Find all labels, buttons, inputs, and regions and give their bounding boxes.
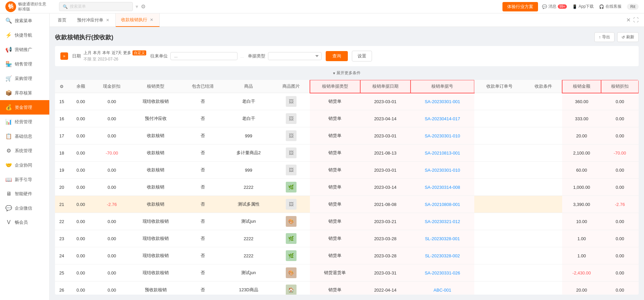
gear-column-icon[interactable]: ⚙ [60,84,64,89]
tab-prepay[interactable]: 预付冲应付单 ✕ [72,13,116,27]
cell-voucher-no[interactable]: ABC-001 [411,282,475,295]
sidebar-item-guide[interactable]: 📖 新手引导 [0,172,49,187]
cell-voucher-no[interactable]: SA-20230301-010 [411,162,475,179]
dropdown-arrow-icon[interactable]: ▾ [136,3,138,10]
voucher-no-link[interactable]: SA-20230314-008 [425,185,460,190]
voucher-no-link[interactable]: SA-20230414-017 [425,116,460,121]
query-button[interactable]: 查询 [326,51,348,61]
sidebar-item-shortcut[interactable]: ⚡ 快捷导航 [0,28,49,42]
voucher-no-link[interactable]: SA-20230301-010 [425,168,460,173]
logo-icon: 畅 [5,1,16,12]
col-header-cash-discount: 现金折扣 [93,80,131,93]
tab-expand-icon[interactable]: ⛶ [633,17,639,23]
setting-button[interactable]: 设置 [352,51,372,61]
cell-includes-settled: 否 [181,264,225,282]
tab-collection-close[interactable]: ✕ [149,17,154,23]
date-last-month[interactable]: 上月 [84,50,92,56]
cell-goods: 多计量商品2 [225,144,272,162]
sidebar-item-system[interactable]: ⚙ 系统管理 [0,143,49,158]
cell-cash-discount: 0.00 [93,230,131,247]
cell-voucher-no[interactable]: SA-20230314-008 [411,179,475,196]
sidebar-item-finance[interactable]: 💰 资金管理 [0,100,49,115]
filter-expand-button[interactable]: » [60,52,68,60]
date-more[interactable]: 更多 [123,50,131,56]
sidebar-item-inventory[interactable]: 📦 库存核算 [0,86,49,100]
goods-image-thumb: 🖼 [286,96,297,107]
sidebar-item-wechat[interactable]: 💬 企业微信 [0,201,49,215]
sidebar-item-purchase[interactable]: 🛒 采购管理 [0,71,49,86]
cell-receipt-condition [525,127,562,144]
cell-balance: 0.00 [68,282,93,295]
gear-settings-icon[interactable]: ⚙ [141,3,146,10]
cell-write-off-amount: 20.00 [562,282,601,295]
message-btn[interactable]: 💬 消息 99+ [542,4,567,9]
date-last-7days[interactable]: 近7天 [112,50,122,56]
date-this-year[interactable]: 本年 [102,50,110,56]
refresh-button[interactable]: ↺ 刷新 [617,32,639,42]
cell-voucher-no[interactable]: SL-20230328-001 [411,230,475,247]
col-header-gear[interactable]: ⚙ [55,80,68,93]
cell-voucher-type: 销货单 [310,282,360,295]
sidebar-item-operations[interactable]: 📊 经营管理 [0,115,49,129]
voucher-no-link[interactable]: SA-20210813-001 [425,151,460,156]
sidebar-item-basic[interactable]: 📋 基础信息 [0,129,49,143]
table-row: 16 0.00 0.00 预付冲应收 否 老白干 🖼 销货单 2023-04-1… [55,110,639,127]
cell-receipt-condition [525,93,562,110]
solution-button[interactable]: 体验行业方案 [502,2,538,11]
main-layout: 🔍 搜索菜单 ⚡ 快捷导航 📢 营销推广 🏪 销售管理 🛒 采购管理 📦 库存核… [0,13,644,300]
cell-id: 22 [55,213,68,230]
cell-voucher-no[interactable]: SA-20230301-010 [411,127,475,144]
app-download-btn[interactable]: 📱 App下载 [572,4,594,9]
user-avatar[interactable]: Rit [627,4,639,10]
cell-voucher-no[interactable]: SA-20210813-001 [411,144,475,162]
tab-home[interactable]: 首页 [52,13,72,27]
tab-collection[interactable]: 收款核销执行 ✕ [116,13,160,27]
col-header-receipt-order-no: 收款单订单号 [474,80,525,93]
cell-id: 23 [55,230,68,247]
sidebar-item-hardware[interactable]: 🖥 智能硬件 [0,187,49,201]
cell-balance: 0.00 [68,264,93,282]
cell-write-off-discount: 0.00 [601,213,639,230]
counterpart-input[interactable] [170,52,237,60]
online-service-btn[interactable]: 🎧 在线客服 [599,4,622,9]
tab-close-icon[interactable]: ✕ [626,17,631,23]
tab-prepay-close[interactable]: ✕ [105,17,110,23]
voucher-no-link[interactable]: SA-20230301-010 [425,133,460,138]
voucher-no-link[interactable]: SA-20210808-001 [425,202,460,207]
cell-voucher-no[interactable]: SA-20230301-001 [411,93,475,110]
cell-balance: 0.00 [68,230,93,247]
sidebar-item-member[interactable]: V 畅会员 [0,215,49,229]
page-actions: ↑ 导出 ↺ 刷新 [594,32,639,42]
expand-more-btn[interactable]: ▾ 展开更多条件 [55,70,639,76]
cell-voucher-type: 销货单 [310,110,360,127]
cell-id: 17 [55,127,68,144]
goods-image-thumb: 🌿 [286,233,297,244]
cell-voucher-no[interactable]: SA-20210808-001 [411,196,475,213]
date-custom-badge[interactable]: 自定义 [132,50,146,55]
cell-voucher-no[interactable]: SA-20230321-012 [411,213,475,230]
sidebar-item-sales[interactable]: 🏪 销售管理 [0,57,49,71]
cell-voucher-no[interactable]: SA-20230331-026 [411,264,475,282]
cell-voucher-no[interactable]: SA-20230414-017 [411,110,475,127]
sidebar-item-enterprise[interactable]: 🤝 企业协同 [0,158,49,172]
cell-write-off-type: 收款核销 [130,162,181,179]
sidebar-item-marketing[interactable]: 📢 营销推广 [0,42,49,57]
col-header-write-off-amount: 核销金额 [562,80,601,93]
voucher-no-link[interactable]: SL-20230328-002 [425,253,460,258]
sidebar-item-search[interactable]: 🔍 搜索菜单 [0,13,49,28]
voucher-no-link[interactable]: SL-20230328-001 [425,236,460,241]
voucher-no-link[interactable]: ABC-001 [434,288,451,293]
voucher-no-link[interactable]: SA-20230331-026 [425,270,460,275]
voucher-no-link[interactable]: SA-20230321-012 [425,219,460,224]
cell-cash-discount: 0.00 [93,282,131,295]
export-button[interactable]: ↑ 导出 [594,32,614,42]
cell-voucher-no[interactable]: SL-20230328-002 [411,247,475,264]
voucher-type-select[interactable] [268,52,322,60]
cell-includes-settled: 否 [181,213,225,230]
wechat-icon: 💬 [5,205,12,211]
cell-write-off-amount: 360.00 [562,93,601,110]
cell-write-off-type: 预收款核销 [130,282,181,295]
cell-write-off-discount: 0.00 [601,230,639,247]
voucher-no-link[interactable]: SA-20230301-001 [425,99,460,104]
date-this-month[interactable]: 本月 [93,50,101,56]
